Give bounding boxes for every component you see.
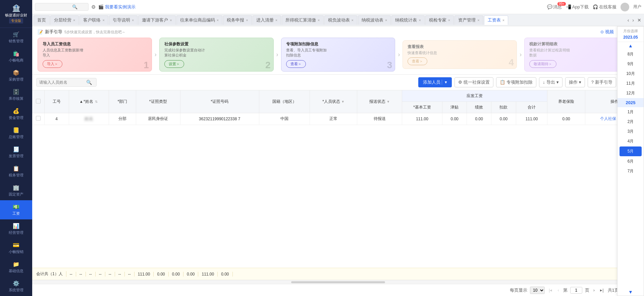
report-status-filter-icon[interactable]: ▼	[386, 100, 390, 103]
topbar-gear-button[interactable]: ⚙	[91, 4, 96, 10]
sidebar-item-system[interactable]: ⚙️ 系统管理	[0, 277, 32, 296]
tab-invite[interactable]: 邀请下游客户×	[138, 15, 175, 25]
user-avatar[interactable]	[621, 3, 629, 11]
tab-tax-report[interactable]: 税务申报×	[223, 15, 252, 25]
tabs-nav-next[interactable]: ›	[631, 17, 635, 24]
name-sort-icon[interactable]: ⇅	[95, 100, 98, 103]
month-item-12[interactable]: 12月	[618, 88, 644, 98]
month-item-9[interactable]: 9月	[618, 59, 644, 69]
operation-dropdown-icon[interactable]: ▾	[579, 80, 581, 85]
tab-close-tax-report[interactable]: ×	[246, 18, 248, 22]
tab-tax-wave[interactable]: 纳税波动表×	[358, 15, 391, 25]
topbar-search-input[interactable]	[39, 5, 72, 9]
topbar-app-download-button[interactable]: 📲 App下载	[566, 4, 589, 10]
tab-income-tax[interactable]: 所得税汇算清缴×	[282, 15, 323, 25]
month-item-1[interactable]: 1月	[618, 107, 644, 117]
guide-button[interactable]: ? 新手引导	[588, 77, 616, 87]
tab-close-guide-intro[interactable]: ×	[132, 18, 134, 22]
tab-guide-intro[interactable]: 引导说明×	[109, 15, 138, 25]
next-page-button[interactable]: ›	[592, 287, 596, 293]
operation-button[interactable]: 操作 ▾	[565, 77, 585, 87]
topbar-online-service-button[interactable]: 🎧 在线客服	[593, 4, 616, 10]
prev-page-button[interactable]: ‹	[556, 287, 560, 293]
tab-close-income-tax[interactable]: ×	[318, 18, 320, 22]
month-item-11[interactable]: 11月	[618, 79, 644, 88]
tab-close-tax-burden[interactable]: ×	[352, 18, 354, 22]
scrollbar-thumb[interactable]	[291, 281, 385, 283]
sidebar-item-marketing[interactable]: 💳 小畅报销	[0, 239, 32, 258]
tab-close-invite[interactable]: ×	[170, 18, 172, 22]
last-page-button[interactable]: ▸|	[599, 287, 605, 293]
month-item-8[interactable]: 8月	[618, 49, 644, 59]
guide-step-5-button[interactable]: 敬请期待＞	[529, 60, 556, 68]
tab-close-goods-code[interactable]: ×	[217, 18, 219, 22]
sidebar-item-finance[interactable]: 💰 资金管理	[0, 104, 32, 124]
tab-close-tax-stats[interactable]: ×	[419, 18, 421, 22]
sidebar-item-tax[interactable]: 📋 税务管理	[0, 162, 32, 181]
tab-close-asset-mgmt[interactable]: ×	[477, 18, 479, 22]
sidebar-item-assets[interactable]: 🏢 固定资产	[0, 181, 32, 200]
month-nav-down[interactable]: ▼	[628, 288, 633, 296]
sidebar-item-ledger[interactable]: 📒 总账管理	[0, 124, 32, 143]
month-item-6[interactable]: 6月	[618, 157, 644, 166]
topbar-message-button[interactable]: 💬 消息 99+	[547, 4, 562, 10]
page-number-input[interactable]	[570, 287, 582, 294]
guide-step-3-button[interactable]: 查看＞	[286, 60, 306, 68]
tab-close-contact[interactable]: ×	[102, 18, 104, 22]
tab-close-layered[interactable]: ×	[73, 18, 75, 22]
row-checkbox[interactable]	[36, 116, 41, 121]
sidebar-item-operations[interactable]: 📊 经营管理	[0, 219, 32, 239]
tabs-close-all[interactable]: ✕	[636, 17, 643, 24]
first-page-button[interactable]: |◂	[547, 287, 553, 293]
tab-tax-stats[interactable]: 纳税统计表×	[391, 15, 424, 25]
sidebar-item-sales[interactable]: 🛒 销售管理	[0, 28, 32, 47]
add-person-dropdown-icon[interactable]: ▾	[442, 80, 447, 85]
tab-close-tax-wave[interactable]: ×	[385, 18, 387, 22]
status-filter-icon[interactable]: ▼	[341, 100, 344, 103]
horizontal-scrollbar[interactable]	[32, 280, 644, 284]
topbar-search-box[interactable]: 🔍	[35, 3, 89, 11]
export-dropdown-icon[interactable]: ▾	[556, 80, 559, 85]
guide-step-1-button[interactable]: 导入＞	[43, 60, 62, 68]
tab-tax-expert[interactable]: 税检专家×	[425, 15, 454, 25]
guide-step-4-button[interactable]: 查看＞	[408, 57, 427, 65]
tab-home[interactable]: 首页	[34, 15, 50, 25]
month-item-7[interactable]: 7月	[618, 166, 644, 176]
month-item-5[interactable]: 5月	[620, 146, 642, 156]
tab-asset-mgmt[interactable]: 资产管理×	[454, 15, 483, 25]
tab-tax-burden[interactable]: 税负波动表×	[324, 15, 357, 25]
sidebar-item-salary[interactable]: 💵 工资	[0, 200, 32, 219]
guide-step-2-button[interactable]: 设置＞	[164, 60, 184, 68]
search-input[interactable]	[39, 80, 86, 85]
sidebar-item-purchase[interactable]: 📦 采购管理	[0, 66, 32, 85]
month-item-10[interactable]: 10月	[618, 69, 644, 79]
tab-salary[interactable]: 工资表×	[484, 15, 508, 25]
sidebar-item-basic[interactable]: 📁 基础信息	[0, 258, 32, 277]
toolbar-search-box[interactable]: 🔍	[36, 78, 97, 87]
per-page-select[interactable]: 10 20 50	[530, 287, 545, 294]
month-nav-up[interactable]: ▲	[628, 42, 633, 49]
sidebar-item-invoice[interactable]: 🧾 发票管理	[0, 143, 32, 162]
tab-clearance[interactable]: 进入清册×	[253, 15, 281, 25]
tab-goods-code[interactable]: 往来单位商品编码×	[176, 15, 222, 25]
tab-contact[interactable]: 客户联络×	[79, 15, 108, 25]
sidebar-item-ecommerce[interactable]: 🛍️ 小畅电商	[0, 47, 32, 66]
user-name[interactable]: 用户	[633, 4, 641, 10]
sidebar-item-inventory[interactable]: 🗄️ 库存核算	[0, 85, 32, 104]
special-deduction-button[interactable]: 📋 专项附加扣除	[496, 77, 536, 87]
guide-video-link[interactable]: ⊙ 视频	[600, 29, 613, 35]
month-item-4[interactable]: 4月	[618, 136, 644, 146]
select-all-checkbox[interactable]	[36, 99, 41, 103]
topbar-demo-button[interactable]: 🎬 我要看实例演示	[98, 4, 136, 10]
add-person-button[interactable]: 添加人员 ▾	[418, 77, 452, 87]
tab-layered[interactable]: 分层经营×	[50, 15, 79, 25]
tab-close-salary[interactable]: ×	[502, 18, 504, 22]
month-item-2[interactable]: 2月	[618, 117, 644, 127]
tab-close-clearance[interactable]: ×	[275, 18, 277, 22]
tabs-nav-prev[interactable]: ‹	[626, 17, 631, 24]
personal-social-link[interactable]: 个人社保	[600, 116, 616, 121]
tab-close-tax-expert[interactable]: ×	[448, 18, 450, 22]
export-button[interactable]: ↓ 导出 ▾	[539, 77, 562, 87]
social-security-button[interactable]: ⚙ 统一社保设置	[454, 77, 493, 87]
month-item-3[interactable]: 3月	[618, 127, 644, 136]
